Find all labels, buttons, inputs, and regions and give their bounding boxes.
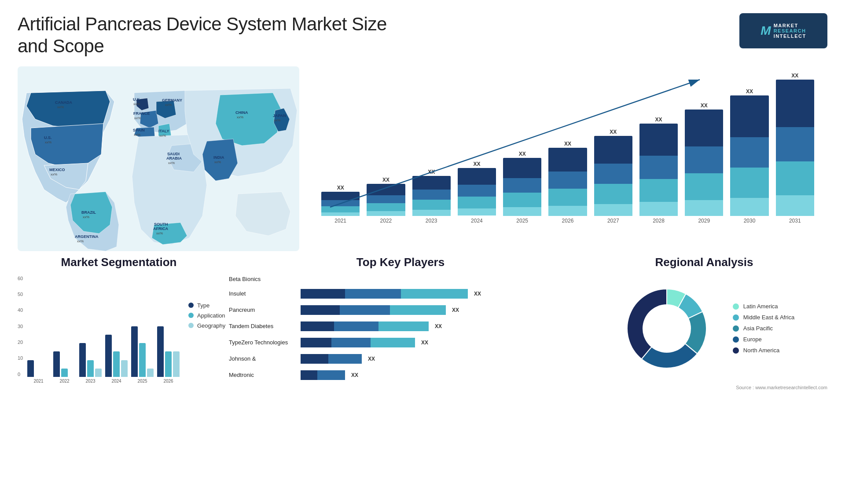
page-title: Artificial Pancreas Device System Market… (18, 13, 414, 58)
player-row: Beta Bionics (229, 276, 572, 282)
seg-group-5 (157, 326, 180, 377)
dot-latin (733, 303, 739, 310)
legend-application: Application (188, 312, 225, 319)
regional-legend: Latin America Middle East & Africa Asia … (733, 303, 794, 354)
logo-text: MARKET RESEARCH INTELLECT (774, 23, 806, 39)
player-bar-container (301, 370, 345, 380)
bar-col-2022: XX (367, 177, 405, 216)
bar-col-2027: XX (594, 129, 632, 216)
svg-text:MEXICO: MEXICO (49, 168, 65, 172)
bar-stack-2024 (458, 168, 496, 216)
svg-text:U.K.: U.K. (133, 97, 141, 102)
bar-stack-2022 (367, 184, 405, 216)
legend-dot-app (188, 313, 194, 318)
top-section: CANADA xx% U.S. xx% MEXICO xx% BRAZIL xx… (18, 66, 827, 251)
seg-group-3 (105, 335, 128, 377)
x-label-2028: 2028 (639, 218, 678, 224)
svg-text:xx%: xx% (134, 133, 140, 137)
bar-stack-2029 (685, 110, 723, 216)
seg-bars-container (27, 276, 180, 377)
x-label-2021: 2021 (321, 218, 360, 224)
legend-mea: Middle East & Africa (733, 314, 794, 321)
player-xx: XX (368, 356, 375, 362)
legend-label-type: Type (197, 302, 209, 309)
players-section: Top Key Players Beta BionicsInsuletXXPan… (229, 256, 572, 390)
x-label-2022: 2022 (367, 218, 405, 224)
xx-label-2023: XX (428, 169, 435, 175)
label-latin: Latin America (743, 303, 778, 310)
xx-label-2026: XX (564, 141, 571, 147)
player-bar-container (301, 321, 429, 331)
xx-label-2027: XX (610, 129, 617, 135)
dot-europe (733, 336, 739, 343)
svg-text:xx%: xx% (156, 231, 163, 235)
header: Artificial Pancreas Device System Market… (18, 13, 827, 58)
bar-stack-2030 (730, 95, 768, 216)
x-label-2029: 2029 (685, 218, 723, 224)
dot-apac (733, 325, 739, 332)
legend-dot-type (188, 303, 194, 308)
legend-dot-geo (188, 323, 194, 328)
svg-text:SOUTH: SOUTH (154, 222, 168, 226)
xx-label-2028: XX (655, 117, 662, 123)
dot-mea (733, 314, 739, 321)
svg-text:xx%: xx% (51, 172, 57, 176)
player-row: Tandem DiabetesXX (229, 321, 572, 331)
xx-label-2030: XX (746, 88, 753, 95)
svg-text:xx%: xx% (237, 115, 243, 119)
bar-stack-2031 (776, 80, 814, 216)
label-mea: Middle East & Africa (743, 314, 794, 321)
donut-container (614, 276, 720, 381)
source-text: Source : www.marketresearchintellect.com (581, 385, 827, 390)
x-label-2024: 2024 (458, 218, 496, 224)
players-list: Beta BionicsInsuletXXPancreumXXTandem Di… (229, 276, 572, 383)
seg-y-axis: 60 50 40 30 20 10 0 (18, 276, 23, 377)
svg-text:xx%: xx% (133, 102, 140, 106)
xx-label-2021: XX (337, 185, 344, 191)
svg-text:SPAIN: SPAIN (133, 128, 145, 132)
player-row: InsuletXX (229, 289, 572, 299)
player-xx: XX (474, 291, 481, 297)
player-xx: XX (421, 340, 428, 346)
label-europe: Europe (743, 336, 762, 343)
seg-group-1 (53, 351, 76, 377)
map-section: CANADA xx% U.S. xx% MEXICO xx% BRAZIL xx… (18, 66, 299, 251)
legend-label-geo: Geography (197, 322, 225, 329)
svg-text:xx%: xx% (83, 215, 89, 219)
player-xx: XX (452, 307, 459, 313)
bar-chart-wrapper: XXXXXXXXXXXXXXXXXXXXXX 20212022202320242… (317, 71, 819, 242)
player-row: MedtronicXX (229, 370, 572, 380)
svg-text:CHINA: CHINA (235, 110, 248, 115)
svg-text:xx%: xx% (165, 103, 172, 107)
logo-line2: RESEARCH (774, 28, 806, 33)
x-label-2023: 2023 (412, 218, 451, 224)
player-bar-container (301, 338, 415, 347)
bar-stack-2026 (548, 148, 587, 216)
player-bar-container (301, 305, 446, 315)
logo-box: M MARKET RESEARCH INTELLECT (739, 13, 827, 48)
svg-text:JAPAN: JAPAN (273, 113, 286, 118)
x-label-2025: 2025 (503, 218, 541, 224)
bar-col-2026: XX (548, 141, 587, 216)
legend-type: Type (188, 302, 225, 309)
seg-group-4 (131, 326, 154, 377)
regional-content: Latin America Middle East & Africa Asia … (581, 276, 827, 381)
regional-title: Regional Analysis (581, 256, 827, 269)
x-label-2026: 2026 (548, 218, 587, 224)
player-name: TypeZero Technologies (229, 339, 297, 346)
legend-europe: Europe (733, 336, 794, 343)
svg-text:INDIA: INDIA (213, 155, 224, 160)
player-bar-container (301, 289, 468, 299)
seg-x-labels: 202120222023202420252026 (27, 379, 180, 383)
x-label-2027: 2027 (594, 218, 632, 224)
bar-stack-2027 (594, 136, 632, 216)
xx-label-2022: XX (382, 177, 389, 183)
bar-stack-2028 (639, 124, 678, 216)
svg-text:BRAZIL: BRAZIL (81, 210, 96, 215)
dot-na (733, 347, 739, 354)
logo-letter: M (760, 24, 771, 38)
player-xx: XX (351, 372, 358, 378)
bar-col-2025: XX (503, 151, 541, 216)
xx-label-2025: XX (519, 151, 526, 157)
player-name: Insulet (229, 290, 297, 297)
